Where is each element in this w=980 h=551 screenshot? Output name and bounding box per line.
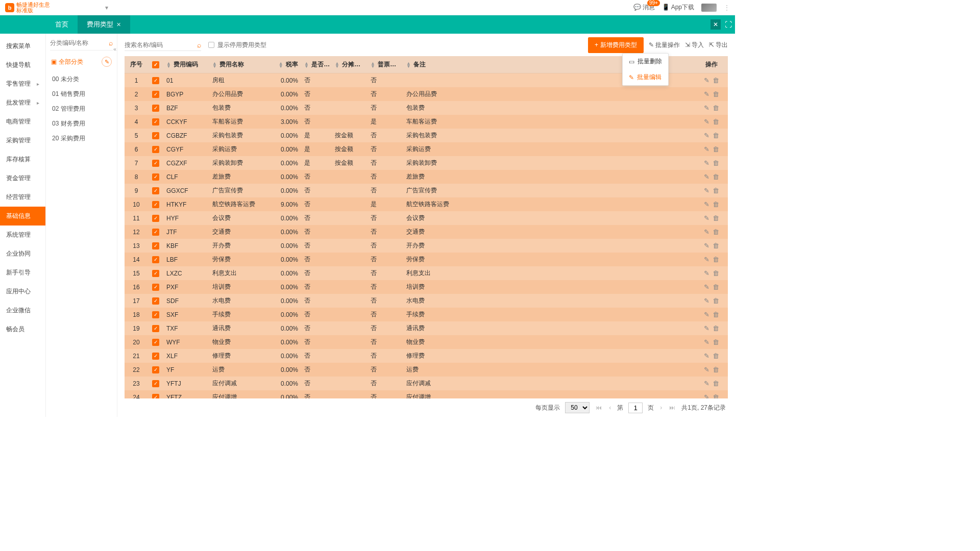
edit-icon[interactable]: ✎: [704, 283, 709, 291]
cell-checkbox[interactable]: ✓: [148, 390, 163, 398]
table-row[interactable]: 10✓HTKYF航空铁路客运费9.00%否是航空铁路客运费✎🗑: [125, 197, 728, 211]
tab-home[interactable]: 首页: [46, 15, 78, 34]
tab-current[interactable]: 费用类型 ✕: [78, 15, 130, 34]
cell-checkbox[interactable]: ✓: [148, 115, 163, 129]
cell-checkbox[interactable]: ✓: [148, 266, 163, 280]
delete-icon[interactable]: 🗑: [713, 352, 719, 360]
delete-icon[interactable]: 🗑: [713, 77, 719, 84]
th-name[interactable]: ▲▼ 费用名称: [209, 56, 271, 73]
cell-checkbox[interactable]: ✓: [148, 377, 163, 390]
messages-link[interactable]: 💬 消息 99+: [633, 3, 655, 12]
first-page-button[interactable]: ⏮: [595, 404, 603, 411]
delete-icon[interactable]: 🗑: [713, 242, 719, 249]
edit-category-button[interactable]: ✎: [102, 57, 112, 67]
delete-icon[interactable]: 🗑: [713, 338, 719, 346]
cell-checkbox[interactable]: ✓: [148, 170, 163, 184]
th-index[interactable]: 序号: [125, 56, 148, 73]
edit-icon[interactable]: ✎: [704, 352, 709, 360]
delete-icon[interactable]: 🗑: [713, 297, 719, 305]
delete-icon[interactable]: 🗑: [713, 201, 719, 208]
edit-icon[interactable]: ✎: [704, 132, 709, 139]
sidebar-item[interactable]: 快捷导航: [0, 56, 45, 74]
cell-checkbox[interactable]: ✓: [148, 156, 163, 170]
delete-icon[interactable]: 🗑: [713, 214, 719, 222]
add-button[interactable]: + 新增费用类型: [588, 37, 644, 53]
sidebar-item[interactable]: 库存核算: [0, 150, 45, 169]
edit-icon[interactable]: ✎: [704, 228, 709, 236]
delete-icon[interactable]: 🗑: [713, 132, 719, 139]
delete-icon[interactable]: 🗑: [713, 311, 719, 318]
delete-icon[interactable]: 🗑: [713, 104, 719, 112]
batch-button[interactable]: ✎ 批量操作: [649, 41, 680, 49]
delete-icon[interactable]: 🗑: [713, 269, 719, 277]
table-row[interactable]: 24✓YFTZ应付调增0.00%否否应付调增✎🗑: [125, 390, 728, 398]
cell-checkbox[interactable]: ✓: [148, 349, 163, 363]
th-c1[interactable]: ▲▼ 是否…: [301, 56, 332, 73]
table-row[interactable]: 15✓LXZC利息支出0.00%否否利息支出✎🗑: [125, 266, 728, 280]
table-row[interactable]: 16✓PXF培训费0.00%否否培训费✎🗑: [125, 280, 728, 294]
company-selector[interactable]: ▾: [60, 4, 108, 11]
table-row[interactable]: 3✓BZF包装费0.00%否否包装费✎🗑: [125, 101, 728, 115]
per-page-select[interactable]: 50: [565, 402, 590, 413]
sidebar-item[interactable]: 经营管理: [0, 188, 45, 207]
delete-icon[interactable]: 🗑: [713, 393, 719, 398]
delete-icon[interactable]: 🗑: [713, 324, 719, 332]
import-button[interactable]: ⇲ 导入: [685, 41, 704, 49]
edit-icon[interactable]: ✎: [704, 256, 709, 263]
cell-checkbox[interactable]: ✓: [148, 239, 163, 253]
sidebar-item[interactable]: 采购管理: [0, 131, 45, 150]
edit-icon[interactable]: ✎: [704, 269, 709, 277]
th-rate[interactable]: ▲▼ 税率: [271, 56, 301, 73]
export-button[interactable]: ⇱ 导出: [709, 41, 728, 49]
sidebar-item[interactable]: 企业协同: [0, 244, 45, 263]
delete-icon[interactable]: 🗑: [713, 187, 719, 194]
delete-icon[interactable]: 🗑: [713, 256, 719, 263]
cell-checkbox[interactable]: ✓: [148, 101, 163, 115]
sidebar-item[interactable]: 基础信息: [0, 207, 45, 226]
table-row[interactable]: 2✓BGYP办公用品费0.00%否否办公用品费✎🗑: [125, 87, 728, 101]
edit-icon[interactable]: ✎: [704, 90, 709, 98]
edit-icon[interactable]: ✎: [704, 242, 709, 249]
sidebar-item[interactable]: 零售管理: [0, 74, 45, 93]
delete-icon[interactable]: 🗑: [713, 366, 719, 373]
delete-icon[interactable]: 🗑: [713, 118, 719, 126]
page-input[interactable]: [628, 403, 643, 413]
table-row[interactable]: 13✓KBF开办费0.00%否否开办费✎🗑: [125, 239, 728, 253]
cell-checkbox[interactable]: ✓: [148, 73, 163, 88]
cell-checkbox[interactable]: ✓: [148, 363, 163, 377]
category-search-input[interactable]: [50, 39, 109, 46]
cell-checkbox[interactable]: ✓: [148, 308, 163, 321]
sidebar-item[interactable]: 应用中心: [0, 282, 45, 301]
table-row[interactable]: 4✓CCKYF车船客运费3.00%否是车船客运费✎🗑: [125, 115, 728, 129]
tree-item[interactable]: 03 财务费用: [50, 116, 113, 131]
cell-checkbox[interactable]: ✓: [148, 253, 163, 266]
th-checkbox[interactable]: ✓: [148, 56, 163, 73]
edit-icon[interactable]: ✎: [704, 324, 709, 332]
collapse-panel-button[interactable]: «: [113, 46, 116, 52]
delete-icon[interactable]: 🗑: [713, 173, 719, 181]
sidebar-item[interactable]: 企业微信: [0, 301, 45, 320]
edit-icon[interactable]: ✎: [704, 380, 709, 387]
sidebar-item[interactable]: 电商管理: [0, 112, 45, 131]
show-disabled-checkbox[interactable]: 显示停用费用类型: [208, 41, 266, 49]
edit-icon[interactable]: ✎: [704, 214, 709, 222]
cell-checkbox[interactable]: ✓: [148, 335, 163, 349]
table-row[interactable]: 20✓WYF物业费0.00%否否物业费✎🗑: [125, 335, 728, 349]
edit-icon[interactable]: ✎: [704, 173, 709, 181]
sidebar-item[interactable]: 批发管理: [0, 93, 45, 112]
table-row[interactable]: 11✓HYF会议费0.00%否否会议费✎🗑: [125, 211, 728, 225]
edit-icon[interactable]: ✎: [704, 187, 709, 194]
table-row[interactable]: 7✓CGZXF采购装卸费0.00%是按金额否采购装卸费✎🗑: [125, 156, 728, 170]
edit-icon[interactable]: ✎: [704, 145, 709, 153]
table-row[interactable]: 21✓XLF修理费0.00%否否修理费✎🗑: [125, 349, 728, 363]
th-c2[interactable]: ▲▼ 分摊…: [332, 56, 368, 73]
sidebar-item[interactable]: 新手引导: [0, 263, 45, 282]
tree-item[interactable]: 20 采购费用: [50, 131, 113, 146]
sidebar-item[interactable]: 畅会员: [0, 320, 45, 339]
cell-checkbox[interactable]: ✓: [148, 294, 163, 308]
table-row[interactable]: 8✓CLF差旅费0.00%否否差旅费✎🗑: [125, 170, 728, 184]
sidebar-item[interactable]: 搜索菜单: [0, 37, 45, 56]
table-row[interactable]: 12✓JTF交通费0.00%否否交通费✎🗑: [125, 225, 728, 239]
table-row[interactable]: 23✓YFTJ应付调减0.00%否否应付调减✎🗑: [125, 377, 728, 390]
cell-checkbox[interactable]: ✓: [148, 211, 163, 225]
